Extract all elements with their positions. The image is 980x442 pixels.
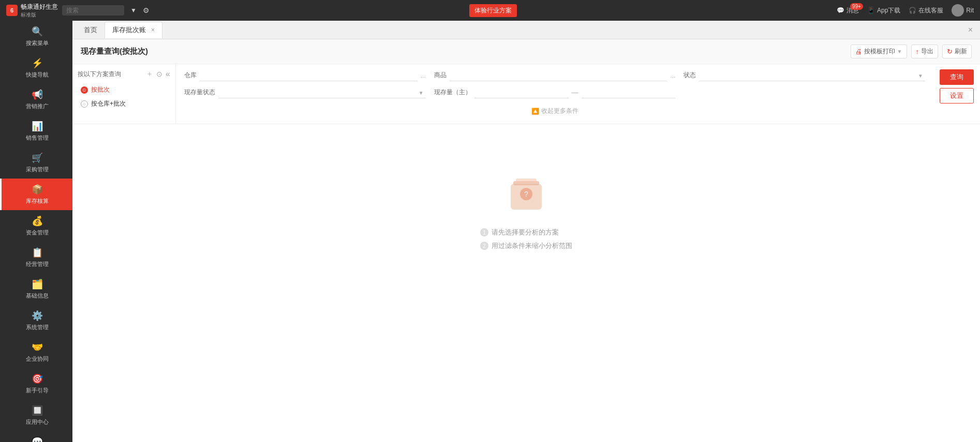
tab-home-label: 首页	[84, 25, 97, 35]
warehouse-label: 仓库	[184, 71, 197, 80]
collapse-more-btn[interactable]: 🔼 收起更多条件	[184, 104, 925, 119]
scheme-item-warehouse-batch[interactable]: ○ 按仓库+批次	[78, 97, 170, 111]
tip-num-2: 2	[480, 242, 488, 250]
top-bar: 6 畅康通好生意 标准版 ▼ ⚙ 体验行业方案 💬 消息 99+ 📱 App下载…	[0, 0, 980, 21]
add-scheme-btn[interactable]: ＋	[146, 69, 153, 79]
topbar-settings-btn[interactable]: ⚙	[143, 6, 150, 14]
headset-icon: 🎧	[909, 7, 916, 14]
sidebar-label-finance: 资金管理	[26, 229, 49, 237]
user-name: Rit	[966, 7, 974, 14]
status-label: 状态	[684, 71, 696, 80]
warehouse-field: 仓库 ...	[184, 69, 426, 81]
range-separator: —	[572, 89, 578, 96]
sidebar-label-purchase: 采购管理	[26, 166, 49, 173]
sidebar-item-wechat[interactable]: 💬 企业微信	[0, 431, 72, 442]
filter-schemes: 按以下方案查询 ＋ ⊙ « ⊙ 按批次 ○ 按仓库+批次	[72, 64, 176, 124]
print-btn[interactable]: 🖨 按模板打印 ▼	[851, 45, 907, 58]
stock-qty-range: —	[474, 86, 676, 98]
app-download-btn[interactable]: 📱 App下载	[867, 6, 900, 15]
warehouse-input[interactable]	[200, 69, 418, 81]
global-search-input[interactable]	[62, 5, 124, 16]
scheme-actions: ＋ ⊙ «	[146, 69, 170, 79]
tab-bar-close-btn[interactable]: ×	[965, 24, 976, 36]
user-avatar	[952, 4, 964, 17]
refresh-btn[interactable]: ↻ 刷新	[942, 45, 972, 58]
sidebar-item-finance[interactable]: 💰 资金管理	[0, 210, 72, 242]
sidebar-item-quick-nav[interactable]: ⚡ 快捷导航	[0, 52, 72, 84]
tab-inventory-batch-label: 库存批次账	[112, 25, 146, 35]
sidebar-item-apps[interactable]: 🔲 应用中心	[0, 400, 72, 431]
tab-inventory-batch[interactable]: 库存批次账 ×	[105, 22, 162, 38]
sidebar-label-quick-nav: 快捷导航	[26, 71, 49, 79]
schemes-title-text: 按以下方案查询	[78, 70, 121, 79]
page-title: 现存量查询(按批次)	[81, 47, 148, 56]
export-icon: ↑	[916, 48, 919, 55]
warehouse-more-btn[interactable]: ...	[421, 72, 426, 79]
tip-text-2: 用过滤条件来缩小分析范围	[492, 241, 572, 251]
filter-fields: 仓库 ... 商品 ... 状态	[176, 64, 933, 124]
settings-scheme-btn[interactable]: ⊙	[156, 70, 162, 78]
goods-input[interactable]	[450, 69, 667, 81]
sidebar-item-guide[interactable]: 🎯 新手引导	[0, 368, 72, 400]
empty-tips: 1 请先选择要分析的方案 2 用过滤条件来缩小分析范围	[480, 228, 572, 251]
operations-icon: 📋	[32, 247, 43, 258]
wechat-icon: 💬	[32, 436, 43, 442]
filter-row-1: 仓库 ... 商品 ... 状态	[184, 69, 925, 81]
company-name: 畅康通好生意	[21, 3, 58, 11]
top-bar-left: 6 畅康通好生意 标准版 ▼ ⚙	[6, 3, 150, 19]
print-dropdown-icon: ▼	[897, 49, 902, 54]
lightning-icon: ⚡	[32, 57, 43, 69]
refresh-label: 刷新	[955, 47, 967, 56]
sidebar-label-basic: 基础信息	[26, 292, 49, 300]
user-area[interactable]: Rit	[952, 4, 974, 17]
sidebar-item-search[interactable]: 🔍 搜索菜单	[0, 21, 72, 52]
logo-area: 6 畅康通好生意 标准版	[6, 3, 58, 19]
goods-more-btn[interactable]: ...	[670, 72, 675, 79]
scheme-item-batch[interactable]: ⊙ 按批次	[78, 83, 170, 97]
goods-label: 商品	[434, 71, 447, 80]
status-select[interactable]	[699, 69, 925, 81]
stock-status-select-wrapper: ▼	[218, 86, 426, 98]
top-bar-center: 体验行业方案	[469, 4, 517, 17]
sidebar-item-purchase[interactable]: 🛒 采购管理	[0, 147, 72, 179]
goods-field: 商品 ...	[434, 69, 676, 81]
sidebar-item-cooperation[interactable]: 🤝 企业协同	[0, 336, 72, 368]
query-btn[interactable]: 查询	[940, 69, 974, 85]
tab-close-icon[interactable]: ×	[151, 26, 155, 34]
page-content: 现存量查询(按批次) 🖨 按模板打印 ▼ ↑ 导出 ↻ 刷新	[72, 39, 980, 442]
sidebar-item-sales[interactable]: 📊 销售管理	[0, 115, 72, 147]
empty-state: ? 1 请先选择要分析的方案 2 用过滤条件来缩小分析范围	[72, 124, 980, 292]
sidebar-label-sales: 销售管理	[26, 134, 49, 142]
sidebar-label-guide: 新手引导	[26, 387, 49, 394]
purchase-icon: 🛒	[32, 152, 43, 164]
online-service-label: 在线客服	[918, 6, 943, 15]
sidebar-label-inventory: 库存核算	[26, 197, 49, 205]
sidebar-label-system: 系统管理	[26, 323, 49, 331]
stock-qty-from-input[interactable]	[474, 86, 569, 98]
top-bar-right: 💬 消息 99+ 📱 App下载 🎧 在线客服 Rit	[837, 4, 974, 17]
export-btn[interactable]: ↑ 导出	[911, 45, 939, 58]
tab-bar: 首页 库存批次账 × ×	[72, 21, 980, 39]
sidebar-item-system[interactable]: ⚙️ 系统管理	[0, 305, 72, 336]
sidebar-item-basic[interactable]: 🗂️ 基础信息	[0, 273, 72, 305]
stock-qty-field: 现存量（主） —	[434, 86, 676, 98]
sales-icon: 📊	[32, 121, 43, 132]
online-service-btn[interactable]: 🎧 在线客服	[909, 6, 943, 15]
sidebar-item-marketing[interactable]: 📢 营销推广	[0, 84, 72, 115]
empty-illustration: ?	[500, 166, 552, 217]
messages-btn[interactable]: 💬 消息 99+	[837, 6, 859, 15]
main-layout: 🔍 搜索菜单 ⚡ 快捷导航 📢 营销推广 📊 销售管理 🛒 采购管理 📦 库存核…	[0, 21, 980, 442]
collapse-schemes-btn[interactable]: «	[166, 69, 170, 79]
stock-status-select[interactable]	[218, 86, 426, 98]
sidebar-item-inventory[interactable]: 📦 库存核算	[0, 179, 72, 210]
settings-set-btn[interactable]: 设置	[940, 88, 974, 104]
filter-actions: 查询 设置	[933, 64, 980, 124]
sidebar-label-operations: 经营管理	[26, 260, 49, 268]
stock-qty-to-input[interactable]	[582, 86, 676, 98]
experience-btn[interactable]: 体验行业方案	[469, 4, 517, 17]
version-tag: 标准版	[21, 11, 58, 19]
tab-home[interactable]: 首页	[77, 22, 105, 38]
search-dropdown-btn[interactable]: ▼	[128, 6, 139, 15]
sidebar-item-operations[interactable]: 📋 经营管理	[0, 242, 72, 273]
sidebar: 🔍 搜索菜单 ⚡ 快捷导航 📢 营销推广 📊 销售管理 🛒 采购管理 📦 库存核…	[0, 21, 72, 442]
